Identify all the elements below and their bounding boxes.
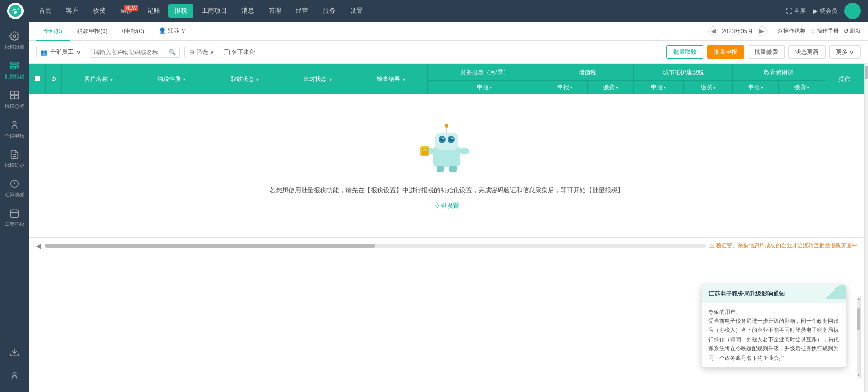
- next-month-button[interactable]: ▶: [757, 26, 767, 36]
- scroll-left-button[interactable]: ◀: [36, 242, 41, 249]
- city-pay-filter[interactable]: ▾: [713, 85, 716, 90]
- financial-declare-filter[interactable]: ▾: [490, 85, 492, 90]
- tab-actions: ⊙ 操作视频 ☰ 操作手册 ↺ 刷新: [778, 27, 861, 35]
- select-all-checkbox[interactable]: [34, 76, 40, 81]
- fetch-status-filter-icon[interactable]: ▾: [256, 77, 259, 82]
- header-gear: ⚙: [46, 64, 62, 94]
- compare-status-filter-icon[interactable]: ▾: [330, 77, 332, 82]
- region-chevron-icon: ∨: [181, 22, 186, 40]
- tax-overview-icon: [8, 89, 21, 101]
- education-declare-filter[interactable]: ▾: [761, 85, 763, 90]
- sidebar-item-personal-tax[interactable]: 个税申报: [0, 114, 29, 143]
- sidebar-item-user[interactable]: [6, 365, 23, 387]
- notif-scroll-thumb: [857, 308, 860, 330]
- svg-rect-33: [459, 148, 469, 154]
- vat-declare-filter[interactable]: ▾: [570, 85, 572, 90]
- setup-link[interactable]: 立即设置: [434, 202, 459, 210]
- tab-zero-declaration[interactable]: 0申报(0): [115, 22, 151, 41]
- status-update-button[interactable]: 状态更新: [788, 45, 826, 59]
- nav-tax[interactable]: 报税: [168, 4, 193, 18]
- notif-scroll-up[interactable]: ▲: [857, 296, 860, 301]
- svg-point-1: [14, 11, 17, 14]
- notification-panel: 江苏电子税务局升级影响通知 ✕ 尊敬的用户: 受当前电子税务局进一步升级的影响，…: [702, 285, 846, 368]
- refresh-action[interactable]: ↺ 刷新: [844, 27, 861, 35]
- fetch-button[interactable]: 批量取数: [666, 45, 703, 59]
- nav-message[interactable]: 消息: [235, 4, 260, 18]
- sidebar-item-tax-records[interactable]: 报税记录: [0, 143, 29, 173]
- horizontal-scrollbar[interactable]: [45, 244, 706, 248]
- svg-point-31: [445, 124, 448, 128]
- check-result-filter-icon[interactable]: ▾: [403, 77, 405, 82]
- svg-point-10: [13, 121, 16, 124]
- annual-report-icon: [8, 207, 21, 220]
- sub-header-education-pay: 缴费▾: [778, 81, 825, 94]
- svg-rect-37: [422, 148, 428, 155]
- prev-month-button[interactable]: ◀: [708, 26, 718, 36]
- svg-rect-4: [11, 65, 19, 67]
- accounts-checkbox[interactable]: [224, 49, 230, 55]
- employee-chevron-icon: ∨: [76, 49, 81, 56]
- nav-management[interactable]: 管理: [262, 4, 288, 18]
- vertical-scrollbar[interactable]: [864, 64, 868, 392]
- toolbar: 👥 全部员工 ∨ 🔍 ⊟ 筛选 ∨ 名下账套 批量取数 批量申报 批量缴费: [29, 41, 868, 64]
- search-icon[interactable]: 🔍: [169, 49, 176, 56]
- svg-rect-23: [435, 133, 458, 150]
- header-fetch-status: 取数状态 ▾: [208, 64, 281, 94]
- user-avatar[interactable]: [844, 3, 861, 19]
- vat-pay-filter[interactable]: ▾: [616, 85, 618, 90]
- nav-settings[interactable]: 设置: [344, 4, 369, 18]
- tab-tax-declaration[interactable]: 税款申报(0): [70, 22, 115, 41]
- video-action[interactable]: ⊙ 操作视频: [778, 27, 805, 35]
- app-logo[interactable]: [7, 3, 24, 19]
- header-checkbox: [29, 64, 46, 94]
- sidebar-item-download[interactable]: [6, 341, 23, 363]
- tab-region[interactable]: 👤 江苏 ∨: [151, 22, 193, 41]
- svg-rect-3: [11, 62, 19, 64]
- nav-invoice[interactable]: 票据 NEW: [114, 4, 139, 18]
- gear-icon[interactable]: ⚙: [51, 76, 57, 82]
- video-icon: ⊙: [778, 28, 782, 34]
- notif-scroll-area: [857, 301, 860, 373]
- sidebar-item-bulk-tax[interactable]: 批量报税: [0, 55, 29, 84]
- tab-all[interactable]: 全部(0): [36, 22, 70, 41]
- declare-button[interactable]: 批量申报: [707, 45, 744, 59]
- notification-scrollbar[interactable]: ▲ ▼: [857, 296, 861, 378]
- sidebar-item-tax-overview[interactable]: 报税总览: [0, 84, 29, 114]
- more-button[interactable]: 更多 ∨: [829, 45, 861, 59]
- sidebar-item-annual-report[interactable]: 工商年报: [0, 202, 29, 232]
- nav-service[interactable]: 服务: [316, 4, 342, 18]
- nav-home[interactable]: 首页: [33, 4, 58, 18]
- nav-business[interactable]: 工商项目: [195, 4, 233, 18]
- manual-action[interactable]: ☰ 操作手册: [811, 27, 839, 35]
- svg-point-28: [442, 138, 444, 139]
- user-icon: [8, 369, 21, 382]
- sidebar-item-tax-settings[interactable]: 报税设置: [0, 25, 29, 55]
- nav-operation[interactable]: 经营: [289, 4, 315, 18]
- nav-accounting[interactable]: 记账: [141, 4, 166, 18]
- header-vat: 增值税: [542, 64, 633, 81]
- city-declare-filter[interactable]: ▾: [664, 85, 666, 90]
- svg-rect-6: [11, 91, 14, 95]
- member-button[interactable]: ▶ 畅会员: [813, 7, 837, 15]
- accounts-checkbox-label[interactable]: 名下账套: [224, 48, 255, 56]
- sub-header-education-declare: 申报▾: [733, 81, 779, 94]
- customer-filter-icon[interactable]: ▾: [110, 77, 113, 82]
- header-operations: 操作: [825, 64, 864, 94]
- filter-button[interactable]: ⊟ 筛选 ∨: [184, 46, 219, 58]
- nav-customer[interactable]: 客户: [60, 4, 85, 18]
- fullscreen-button[interactable]: ⛶ 全屏: [786, 7, 806, 15]
- sidebar-item-settlement[interactable]: 汇算清缴: [0, 173, 29, 202]
- employee-select[interactable]: 👥 全部员工 ∨: [36, 46, 85, 58]
- search-input[interactable]: [94, 49, 166, 56]
- tax-nature-filter-icon[interactable]: ▾: [183, 77, 185, 82]
- pay-button[interactable]: 批量缴费: [748, 45, 785, 59]
- tax-settings-icon: [8, 30, 21, 43]
- nav-billing[interactable]: 收费: [87, 4, 112, 18]
- education-pay-filter[interactable]: ▾: [807, 85, 809, 90]
- warning-message: ⚠ 验证密、采集信息均成功的企业才会流转至批量报税页面中: [709, 242, 857, 249]
- notif-decoration: [819, 285, 846, 299]
- sidebar-label-personal-tax: 个税申报: [5, 133, 24, 139]
- sub-header-city-pay: 缴费▾: [683, 81, 733, 94]
- tax-records-icon: [8, 148, 21, 161]
- notif-scroll-down[interactable]: ▼: [857, 373, 860, 378]
